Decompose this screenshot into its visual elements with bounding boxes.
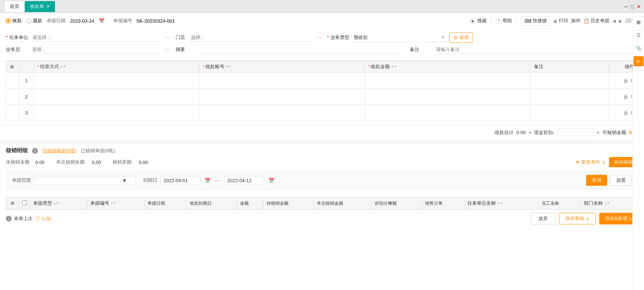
form-area: 往来单位 ··· 门店 ··· 业务类型 预收款 ▼ ⚙ 设置 [0,29,644,60]
panel-table-icon[interactable]: ▦ [633,17,644,27]
current-value: 0.00 [92,160,101,165]
window-close[interactable]: ✕ [637,4,641,9]
bt-gear-header[interactable]: ⚙ [6,197,19,209]
row3-account[interactable] [199,105,365,121]
form-row-1: 往来单位 ··· 门店 ··· 业务类型 预收款 ▼ ⚙ 设置 [6,32,638,43]
vendor-input[interactable] [30,34,161,42]
start-date-input[interactable] [160,176,200,185]
help-btn[interactable]: ? 帮助 [496,17,512,24]
radio-refund[interactable]: 退款 [26,17,42,24]
range-select[interactable]: ▼ [34,176,136,185]
date-range-dash: — [213,178,221,183]
row2-payment[interactable] [34,89,199,105]
filter-settings-btn[interactable]: 设置 [610,175,632,186]
save-new-label: 保存&新增 [605,215,627,222]
panel-doc-icon[interactable]: ☰ [633,30,644,40]
calendar-icon[interactable]: 📅 [99,18,105,24]
vendor-sort[interactable]: 往来单位名称 ▲▼ [467,200,503,207]
filter-icon: ▼ [575,160,580,165]
window-controls: ─ □ ✕ [624,4,641,9]
tab-receipt-close[interactable]: ✕ [46,4,50,9]
end-date-input[interactable] [224,176,264,185]
verify-completed-tab[interactable]: 已核销单据(0笔) [81,148,115,154]
tab-receipt[interactable]: 收款单 ✕ [25,1,55,12]
operation-label: 操作 [571,17,581,24]
save-draft-btn[interactable]: 保存草稿 ∧ [559,213,596,224]
remark-input[interactable] [434,46,638,54]
row2-delete-icon[interactable]: 🗑 [623,94,628,100]
order-info-icon[interactable]: ⓘ [35,215,40,222]
store-more-icon[interactable]: ··· [317,34,321,41]
row2-remark[interactable] [530,89,609,105]
calendar-start-icon[interactable]: 📅 [205,178,211,183]
window-minimize[interactable]: ─ [624,4,628,9]
row3-payment[interactable] [34,105,199,121]
row3-gear [6,105,19,121]
range-label: 单据范围 [12,177,31,184]
toolbar: 收款 退款 单据日期 2023-03-24 📅 单据编号 SK-20230324… [0,13,644,29]
calendar-end-icon[interactable]: 📅 [268,178,274,183]
row3-delete-icon[interactable]: 🗑 [623,110,628,116]
more-conditions-btn[interactable]: ▼ 更多条件 ∧ [575,159,605,165]
row3-remark[interactable] [530,105,609,121]
current-label: 本次核销金额: [56,159,86,165]
video-btn[interactable]: ▶ 视频 [470,17,487,24]
salesperson-input[interactable] [30,46,161,54]
nav-prev[interactable]: ◀ [612,18,616,24]
operation-btn[interactable]: 操作 [571,17,581,24]
row3-amount[interactable] [365,105,530,121]
available-label: 可核销金额 [602,129,626,136]
row2-amount[interactable] [365,89,530,105]
date-label: 单据日期 [47,17,66,24]
print-btn[interactable]: 🖨 打印 [553,17,568,24]
business-type-select[interactable]: 预收款 ▼ [352,33,447,42]
tab-home[interactable]: 首页 [4,1,25,12]
radio-receipt[interactable]: 收款 [6,17,22,24]
discount-input[interactable] [557,129,594,136]
form-settings-btn[interactable]: ⚙ 设置 [449,32,473,43]
remark-field: 备注 [410,46,638,54]
history-btn[interactable]: 📋 历史单据 [584,17,609,24]
verify-pending-tab[interactable]: 待核销单据(0笔) [42,148,76,154]
query-btn[interactable]: 查询 [586,175,607,186]
salesperson-more-icon[interactable]: ··· [165,46,170,53]
row1-payment[interactable] [34,73,199,89]
window-maximize[interactable]: □ [631,4,634,9]
amount-label: 收款金额 [371,63,390,70]
bt-check-header[interactable] [19,197,30,209]
nav-next[interactable]: ▶ [619,18,623,24]
account-sort[interactable]: * 收款账号 ▲▼ [203,63,231,70]
store-label: 门店 [176,34,186,41]
keyboard-icon: ⌨ [525,18,531,24]
row2-account[interactable] [199,89,365,105]
order-value: 0.00 [42,216,51,222]
bottom-table-header: ⚙ 单据类型 ▲▼ 单据编号 ▲▼ [6,197,638,209]
store-input[interactable] [189,34,313,42]
amount-sort[interactable]: * 收款金额 ▲▼ [369,63,397,70]
summary-input[interactable] [200,46,404,54]
table-gear-header[interactable]: ⚙ [6,61,19,73]
panel-edit-icon[interactable]: ✏ [633,56,644,66]
abandon-btn[interactable]: 放弃 [531,213,555,224]
row1-account[interactable] [199,73,365,89]
tab-receipt-label: 收款单 [30,3,44,10]
dept-sort[interactable]: 部门名称 ▲▼ [584,200,610,207]
row1-remark[interactable] [530,73,609,89]
sort-arrows-v-icon: ▲▼ [497,202,503,205]
row1-amount[interactable] [365,73,530,89]
select-all-checkbox[interactable] [22,200,27,205]
info-icon[interactable]: i [6,216,12,222]
date-value: 2023-03-24 [70,18,94,24]
shortcut-btn[interactable]: ⌨ 快捷键 [521,16,550,26]
row2-gear [6,89,19,105]
doc-type-sort[interactable]: 单据类型 ▲▼ [33,200,59,207]
total-label: 收款合计 [495,129,514,136]
payment-method-sort[interactable]: * 结算方式 ▲▼ [38,63,66,70]
print-label: 打印 [559,17,568,24]
panel-clip-icon[interactable]: 📎 [633,43,644,53]
doc-num-sort[interactable]: 单据编号 ▲▼ [90,200,116,207]
vendor-more-icon[interactable]: ··· [165,34,170,41]
row1-delete-icon[interactable]: 🗑 [623,78,628,84]
chevron-up-new-icon: ∧ [629,216,632,222]
verify-info-icon[interactable]: i [32,148,38,154]
